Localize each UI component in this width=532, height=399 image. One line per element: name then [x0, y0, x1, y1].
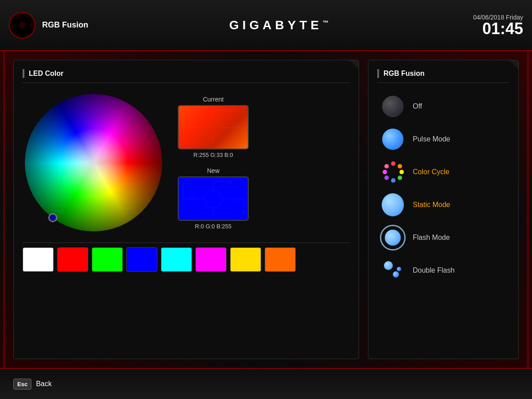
flash-ring: [382, 226, 404, 249]
swatch-magenta[interactable]: [196, 247, 227, 272]
brand-name: GIGABYTE™: [229, 18, 332, 32]
gear-icon: [9, 12, 35, 39]
color-cycle-label: Color Cycle: [413, 168, 450, 176]
double-flash-label: Double Flash: [413, 266, 454, 274]
swatch-blue[interactable]: [126, 247, 157, 272]
app-title: RGB Fusion: [42, 20, 88, 30]
current-preview-group: Current: [178, 96, 249, 158]
off-label: Off: [413, 102, 422, 110]
swatch-yellow[interactable]: [230, 247, 261, 272]
swatch-orange[interactable]: [265, 247, 296, 272]
flash-icon: [382, 227, 404, 249]
new-preview-box[interactable]: [178, 176, 249, 221]
current-value: R:255 G:33 B:0: [178, 152, 249, 158]
led-panel-title: LED Color: [23, 69, 350, 83]
wheel-cursor: [49, 214, 56, 221]
new-preview-group: New: [178, 167, 249, 230]
mode-off[interactable]: Off: [377, 92, 509, 121]
esc-key-label[interactable]: Esc: [13, 379, 31, 390]
mode-pulse[interactable]: Pulse Mode: [377, 125, 509, 154]
new-value: R:0 G:0 B:255: [178, 223, 249, 230]
header: RGB Fusion GIGABYTE™ 04/06/2018 Friday 0…: [0, 0, 532, 51]
led-color-panel: LED Color Current: [13, 60, 359, 359]
mode-list: Off Pulse Mode: [377, 92, 509, 285]
color-wheel-area: Current: [23, 92, 350, 234]
current-label: Current: [178, 96, 249, 103]
svg-point-0: [205, 119, 222, 136]
mode-color-cycle[interactable]: Color Cycle: [377, 157, 509, 187]
svg-point-13: [205, 190, 222, 207]
rgb-fusion-panel: RGB Fusion Off Pulse Mode: [368, 60, 519, 359]
circuit-pattern-current: [179, 106, 248, 149]
flash-label: Flash Mode: [413, 234, 450, 242]
color-preview-area: Current: [178, 96, 249, 230]
color-cycle-icon: [382, 161, 404, 183]
static-icon: [382, 194, 404, 216]
circuit-pattern-new: [179, 177, 248, 221]
color-cycle-dots: [382, 160, 404, 184]
back-label: Back: [36, 380, 52, 388]
rgb-title-bar: [377, 69, 379, 78]
current-preview-box[interactable]: [178, 105, 249, 149]
static-dot: [382, 193, 404, 216]
new-label: New: [178, 167, 249, 174]
mode-double-flash[interactable]: Double Flash: [377, 256, 509, 285]
back-button[interactable]: Esc Back: [13, 379, 52, 390]
swatch-red[interactable]: [57, 247, 88, 272]
rgb-panel-title: RGB Fusion: [377, 69, 509, 83]
off-dot: [382, 96, 403, 117]
color-wheel-container[interactable]: [23, 92, 164, 234]
gear-svg: [10, 13, 35, 38]
time-display: 01:45: [482, 20, 523, 38]
swatch-white[interactable]: [23, 247, 54, 272]
title-bar: [23, 69, 24, 78]
pulse-icon: [382, 128, 404, 150]
color-wheel-canvas[interactable]: [23, 92, 164, 234]
swatch-green[interactable]: [92, 247, 123, 272]
header-center: GIGABYTE™: [88, 18, 473, 32]
mode-flash[interactable]: Flash Mode: [377, 223, 509, 252]
static-label: Static Mode: [413, 201, 450, 209]
color-swatches: [23, 243, 350, 276]
mode-static[interactable]: Static Mode: [377, 190, 509, 219]
double-flash-icon: [382, 259, 404, 282]
double-flash-dots: [382, 259, 404, 282]
header-left: RGB Fusion: [9, 12, 88, 39]
main-content: LED Color Current: [0, 51, 532, 368]
off-icon: [382, 95, 404, 117]
footer: Esc Back: [0, 368, 532, 399]
flash-inner: [385, 230, 401, 246]
pulse-label: Pulse Mode: [413, 135, 450, 143]
pulse-dot: [382, 129, 403, 150]
swatch-cyan[interactable]: [161, 247, 192, 272]
header-right: 04/06/2018 Friday 01:45: [473, 14, 523, 37]
